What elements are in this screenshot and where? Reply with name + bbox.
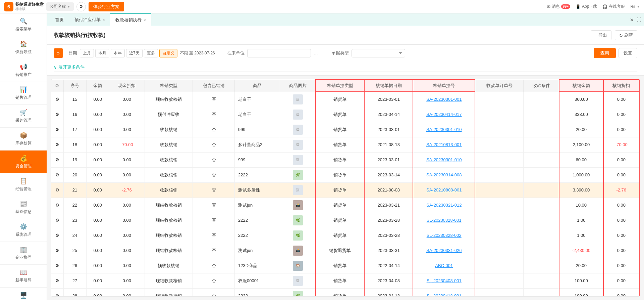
cell-settings[interactable]: ⚙ xyxy=(51,152,63,167)
top-bar-left: 6 畅捷通谊好生意 标准版 公司名称 ▼ ⚙ 体验行业方案 xyxy=(4,2,124,11)
phone-icon: 📱 xyxy=(576,4,581,9)
company-selector[interactable]: 公司名称 ▼ xyxy=(46,2,74,11)
custom-date-btn[interactable]: 自定义 xyxy=(159,49,177,57)
cell-settings[interactable]: ⚙ xyxy=(51,273,63,288)
cell-goods-img: 📸 xyxy=(280,243,316,258)
tab-prepay[interactable]: 预付冲应付单 × xyxy=(69,13,110,26)
cell-settings[interactable]: ⚙ xyxy=(51,137,63,152)
sidebar-item-finance[interactable]: 💰 资金管理 xyxy=(0,151,47,173)
expand-conditions-button[interactable]: ∨ 展开更多条件 xyxy=(54,64,637,70)
online-service-button[interactable]: 🎧 在线客服 xyxy=(602,4,625,9)
cell-receipt-condition xyxy=(524,273,559,288)
cell-receipt-condition xyxy=(524,228,559,243)
counterparty-lookup-icon[interactable]: ... xyxy=(314,51,319,56)
user-menu[interactable]: Rit ▼ xyxy=(630,4,640,9)
brand-text: 畅捷通谊好生意 标准版 xyxy=(15,2,44,11)
cell-cancel-voucher-no[interactable]: SA-20230301-010 xyxy=(413,152,475,167)
messages-button[interactable]: ✉ 消息 99+ xyxy=(547,4,570,9)
cell-cancel-voucher-no[interactable]: ABC-001 xyxy=(413,258,475,273)
tab-prepay-close[interactable]: × xyxy=(103,18,105,22)
sidebar-item-hardware[interactable]: 🖥️ 智能硬件 xyxy=(0,288,47,300)
cell-cancel-voucher-no[interactable]: SA-20210813-001 xyxy=(413,137,475,152)
sidebar-item-label: 企业协同 xyxy=(15,255,32,260)
sidebar-item-basic[interactable]: 📰 基础信息 xyxy=(0,196,47,219)
table-body: ⚙ 15 0.00 0.00 现结收款核销 否 老白干 🖼 销货单 2023-0… xyxy=(51,92,639,297)
refresh-button[interactable]: ↻ 刷新 xyxy=(615,30,637,40)
cell-cash-discount: 0.00 xyxy=(109,228,145,243)
sidebar-item-system[interactable]: ⚙️ 系统管理 xyxy=(0,219,47,242)
cell-cancel-voucher-no[interactable]: SA-20230331-026 xyxy=(413,243,475,258)
cell-cancel-voucher-date: 2021-08-13 xyxy=(364,137,413,152)
last-month-btn[interactable]: 上月 xyxy=(80,49,94,57)
cell-goods: 老白干 xyxy=(234,107,280,122)
sidebar-item-enterprise[interactable]: 🏢 企业协同 xyxy=(0,242,47,265)
settings-button[interactable]: ⚙ xyxy=(76,2,86,11)
this-year-btn[interactable]: 本年 xyxy=(111,49,125,57)
cell-cancel-voucher-no[interactable]: SA-20230301-001 xyxy=(413,92,475,107)
sidebar-item-sales[interactable]: 📊 销售管理 xyxy=(0,82,47,105)
filter-expand-arrow[interactable]: » xyxy=(54,48,63,58)
sidebar-item-guide[interactable]: 📖 新手引导 xyxy=(0,265,47,288)
operations-icon: 📋 xyxy=(20,177,27,185)
search-button[interactable]: 查询 xyxy=(594,48,616,58)
cell-cancel-voucher-no[interactable]: SL-20230408-001 xyxy=(413,273,475,288)
cell-receipt-condition xyxy=(524,258,559,273)
cell-goods-img: 🖼 xyxy=(280,273,316,288)
sidebar-item-purchase[interactable]: 🛒 采购管理 xyxy=(0,105,47,128)
sidebar-item-search[interactable]: 🔍 搜索菜单 xyxy=(0,13,47,36)
cell-settings[interactable]: ⚙ xyxy=(51,228,63,243)
trial-button[interactable]: 体验行业方案 xyxy=(89,2,124,11)
cell-cash-discount: 0.00 xyxy=(109,152,145,167)
cell-goods-img: 🖼 xyxy=(280,137,316,152)
this-month-btn[interactable]: 本月 xyxy=(95,49,109,57)
cell-settings[interactable]: ⚙ xyxy=(51,107,63,122)
settings-button-filter[interactable]: 设置 xyxy=(619,48,637,58)
sidebar-item-quick-nav[interactable]: 🏠 快捷导航 xyxy=(0,36,47,59)
cell-receipt-order-no xyxy=(475,213,523,228)
cell-cancel-voucher-no[interactable]: SA-20230314-008 xyxy=(413,167,475,182)
sidebar-item-marketing[interactable]: 📢 营销推广 xyxy=(0,59,47,82)
cell-cancel-voucher-no[interactable]: SA-20230414-017 xyxy=(413,107,475,122)
filter-action-btns: 查询 设置 xyxy=(594,48,637,58)
cell-cancel-discount: 0.00 xyxy=(603,273,639,288)
sidebar-item-inventory[interactable]: 📦 库存核算 xyxy=(0,128,47,151)
tab-home[interactable]: 首页 xyxy=(50,13,69,26)
tab-bar-actions: ✕ ⛶ xyxy=(630,17,641,23)
cell-cancel-amount: 10.00 xyxy=(559,198,603,213)
col-balance-header: 余额 xyxy=(86,80,109,92)
last-7days-btn[interactable]: 近7天 xyxy=(126,49,143,57)
cell-settings[interactable]: ⚙ xyxy=(51,213,63,228)
cell-settings[interactable]: ⚙ xyxy=(51,258,63,273)
maximize-button[interactable]: ⛶ xyxy=(637,17,641,23)
export-button[interactable]: ↑ 导出 xyxy=(591,30,612,40)
close-all-tabs-button[interactable]: ✕ xyxy=(630,17,634,23)
counterparty-input[interactable] xyxy=(247,49,311,57)
voucher-type-filter-group: 单据类型 xyxy=(331,49,405,57)
page-title: 收款核销执行(按收款) xyxy=(54,32,106,43)
cell-cancel-voucher-no[interactable]: SA-20210808-001 xyxy=(413,182,475,198)
sidebar-item-operations[interactable]: 📋 经营管理 xyxy=(0,173,47,196)
cell-settings[interactable]: ⚙ xyxy=(51,198,63,213)
cell-goods-img: 🌿 xyxy=(280,228,316,243)
cell-cancel-voucher-no[interactable]: SA-20230301-010 xyxy=(413,122,475,137)
more-date-btn[interactable]: 更多 xyxy=(144,49,158,57)
cell-cancel-voucher-no[interactable]: SL-20230418-001 xyxy=(413,288,475,297)
voucher-type-select[interactable] xyxy=(352,49,405,57)
cell-cancel-voucher-no[interactable]: SL-20230328-001 xyxy=(413,213,475,228)
cell-settings[interactable]: ⚙ xyxy=(51,182,63,198)
cell-include-cleared: 否 xyxy=(193,258,235,273)
cell-cancel-voucher-no[interactable]: SA-20230321-012 xyxy=(413,198,475,213)
cell-settings[interactable]: ⚙ xyxy=(51,243,63,258)
cell-receipt-order-no xyxy=(475,122,523,137)
cell-receipt-order-no xyxy=(475,273,523,288)
tab-receipts-close[interactable]: × xyxy=(144,18,146,22)
cell-settings[interactable]: ⚙ xyxy=(51,288,63,297)
app-download-button[interactable]: 📱 App下载 xyxy=(576,4,597,9)
cell-settings[interactable]: ⚙ xyxy=(51,122,63,137)
cell-settings[interactable]: ⚙ xyxy=(51,92,63,107)
cell-settings[interactable]: ⚙ xyxy=(51,167,63,182)
tab-receipts[interactable]: 收款核销执行 × xyxy=(110,13,151,26)
gear-icon[interactable]: ⚙ xyxy=(55,83,59,88)
cell-cancel-voucher-no[interactable]: SL-20230328-002 xyxy=(413,228,475,243)
cell-balance: 0.00 xyxy=(86,122,109,137)
